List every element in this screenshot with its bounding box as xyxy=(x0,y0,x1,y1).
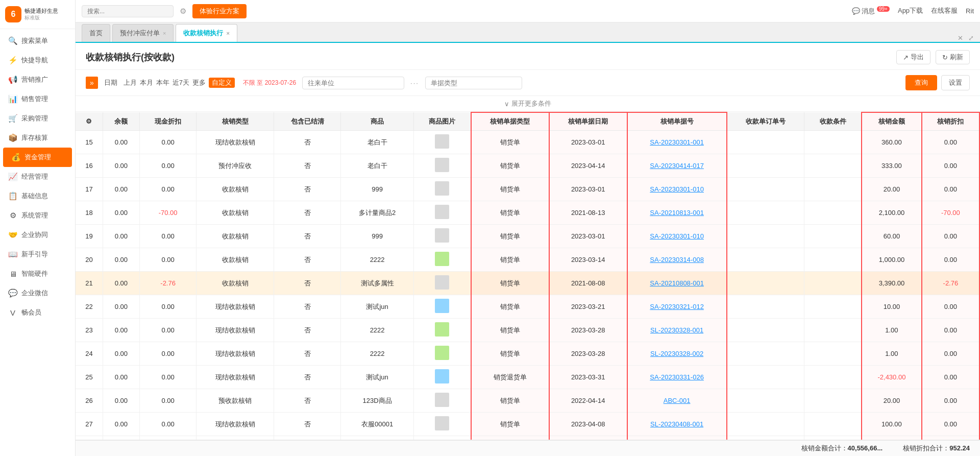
custom-date-btn[interactable]: 自定义 xyxy=(209,78,235,88)
table-cell-5: 测试多属性 xyxy=(341,272,414,295)
product-img xyxy=(435,134,449,149)
bill-no-link[interactable]: SA-20230301-001 xyxy=(650,138,704,146)
table-cell-8: 2023-03-01 xyxy=(549,131,627,154)
industry-btn[interactable]: 体验行业方案 xyxy=(192,4,247,18)
query-btn[interactable]: 查询 xyxy=(905,75,937,90)
col-header-9: 核销单据号 xyxy=(627,112,727,131)
sidebar-item-采购管理[interactable]: 🛒采购管理 xyxy=(0,109,75,128)
message-area[interactable]: 💬 消息 99+ xyxy=(852,6,890,16)
table-cell-1: 0.00 xyxy=(103,272,139,295)
tab-close-icon[interactable]: × xyxy=(163,30,166,36)
table-cell-9[interactable]: SA-20230301-001 xyxy=(627,131,727,154)
table-cell-9[interactable]: SA-20210808-001 xyxy=(627,272,727,295)
bill-no-link[interactable]: SA-20230301-010 xyxy=(650,185,704,193)
tab-预付冲应付单[interactable]: 预付冲应付单 × xyxy=(112,24,174,42)
sidebar-item-经营管理[interactable]: 📈经营管理 xyxy=(0,167,75,186)
sidebar-item-系统管理[interactable]: ⚙系统管理 xyxy=(0,206,75,225)
table-cell-9[interactable]: SA-20230331-026 xyxy=(627,366,727,389)
sidebar-item-畅会员[interactable]: V畅会员 xyxy=(0,303,75,322)
maximize-icon[interactable]: ⤢ xyxy=(968,34,974,42)
this-year-link[interactable]: 本年 xyxy=(156,78,169,87)
sidebar-item-搜索菜单[interactable]: 🔍搜索菜单 xyxy=(0,31,75,51)
table-cell-7: 销货单 xyxy=(471,389,549,413)
user-name[interactable]: Rit xyxy=(966,7,974,15)
table-cell-7: 销货单 xyxy=(471,342,549,366)
export-btn[interactable]: ↗ 导出 xyxy=(896,50,930,64)
bill-no-link[interactable]: SA-20210813-001 xyxy=(650,209,704,217)
page-header: 收款核销执行(按收款) ↗ 导出 ↻ 刷新 xyxy=(76,43,980,70)
bill-type-select[interactable] xyxy=(425,77,522,89)
table-cell-9[interactable]: SL-20230328-001 xyxy=(627,319,727,342)
tab-收款核销执行[interactable]: 收款核销执行 × xyxy=(176,24,237,42)
table-cell-10 xyxy=(727,319,804,342)
table-cell-9[interactable]: SA-20230414-017 xyxy=(627,154,727,178)
this-month-link[interactable]: 本月 xyxy=(140,78,153,87)
table-cell-12: 1,000.00 xyxy=(862,248,922,272)
more-link[interactable]: 更多 xyxy=(192,78,206,87)
bill-no-link[interactable]: SL-20230328-001 xyxy=(650,326,703,334)
sidebar-item-资金管理[interactable]: 💰资金管理 xyxy=(3,148,72,167)
product-img xyxy=(435,205,449,219)
nav-icon: 🛒 xyxy=(8,114,17,123)
sidebar-item-销售管理[interactable]: 📊销售管理 xyxy=(0,89,75,109)
header-actions: ↗ 导出 ↻ 刷新 xyxy=(896,50,970,64)
refresh-btn[interactable]: ↻ 刷新 xyxy=(936,50,970,64)
sidebar-item-快捷导航[interactable]: ⚡快捷导航 xyxy=(0,51,75,70)
date-range: 不限 至 2023-07-26 xyxy=(243,79,296,87)
sidebar-item-智能硬件[interactable]: 🖥智能硬件 xyxy=(0,264,75,283)
table-cell-3: 现结收款核销 xyxy=(197,319,274,342)
sidebar-item-企业微信[interactable]: 💬企业微信 xyxy=(0,283,75,303)
table-cell-9[interactable]: SL-20230408-001 xyxy=(627,413,727,436)
expand-more-btn[interactable]: ∨ 展开更多条件 xyxy=(504,99,551,108)
table-cell-11 xyxy=(804,154,862,178)
last-month-link[interactable]: 上月 xyxy=(124,78,137,87)
close-window-icon[interactable]: ✕ xyxy=(958,34,963,42)
app-download[interactable]: App下载 xyxy=(898,6,923,15)
sidebar-item-库存核算[interactable]: 📦库存核算 xyxy=(0,128,75,148)
sidebar-item-基础信息[interactable]: 📋基础信息 xyxy=(0,186,75,206)
table-cell-0: 23 xyxy=(76,319,103,342)
table-cell-11 xyxy=(804,201,862,225)
table-cell-9[interactable]: ABC-001 xyxy=(627,389,727,413)
bill-no-link[interactable]: SA-20230314-008 xyxy=(650,256,704,263)
table-cell-5: 衣服00001 xyxy=(341,413,414,436)
tab-首页[interactable]: 首页 xyxy=(82,24,110,42)
sidebar-item-企业协同[interactable]: 🤝企业协同 xyxy=(0,225,75,245)
settings-icon[interactable]: ⚙ xyxy=(180,7,186,16)
table-cell-9[interactable]: SL-20230328-002 xyxy=(627,342,727,366)
col-header-1: 余额 xyxy=(103,112,139,131)
bill-no-link[interactable]: SA-20230331-026 xyxy=(650,373,704,381)
sidebar-item-新手引导[interactable]: 📖新手引导 xyxy=(0,245,75,264)
table-cell-9[interactable]: SA-20230301-010 xyxy=(627,178,727,201)
table-cell-10 xyxy=(727,413,804,436)
tab-close-icon[interactable]: × xyxy=(226,30,229,36)
table-cell-7: 销货单 xyxy=(471,178,549,201)
table-cell-9[interactable]: SA-20230321-012 xyxy=(627,295,727,319)
bill-no-link[interactable]: SL-20230328-002 xyxy=(650,350,703,357)
table-cell-13: 0.00 xyxy=(922,389,979,413)
table-cell-9[interactable]: SA-20230314-008 xyxy=(627,248,727,272)
product-img xyxy=(435,275,449,290)
table-cell-5: 2222 xyxy=(341,342,414,366)
col-header-6: 商品图片 xyxy=(413,112,471,131)
table-cell-9[interactable]: SA-20210813-001 xyxy=(627,201,727,225)
nav-icon: 📖 xyxy=(8,250,17,259)
table-cell-11 xyxy=(804,248,862,272)
bill-no-link[interactable]: SA-20210808-001 xyxy=(650,279,704,287)
topbar-search[interactable] xyxy=(82,5,174,17)
table-cell-1: 0.00 xyxy=(103,389,139,413)
sidebar-item-营销推广[interactable]: 📢营销推广 xyxy=(0,70,75,89)
table-cell-13: 0.00 xyxy=(922,131,979,154)
setting-btn[interactable]: 设置 xyxy=(941,75,970,90)
table-cell-9[interactable]: SA-20230301-010 xyxy=(627,225,727,248)
bill-no-link[interactable]: SL-20230408-001 xyxy=(650,420,703,428)
last7-link[interactable]: 近7天 xyxy=(173,78,189,87)
bill-no-link[interactable]: SA-20230301-010 xyxy=(650,232,704,240)
partner-input[interactable] xyxy=(302,77,404,89)
online-service[interactable]: 在线客服 xyxy=(931,6,958,15)
filter-expand-btn[interactable]: » xyxy=(86,77,98,89)
bill-no-link[interactable]: ABC-001 xyxy=(664,397,691,404)
bill-no-link[interactable]: SA-20230414-017 xyxy=(650,162,704,170)
bill-no-link[interactable]: SA-20230321-012 xyxy=(650,303,704,310)
table-cell-9[interactable]: SL-20230418-001 xyxy=(627,436,727,440)
